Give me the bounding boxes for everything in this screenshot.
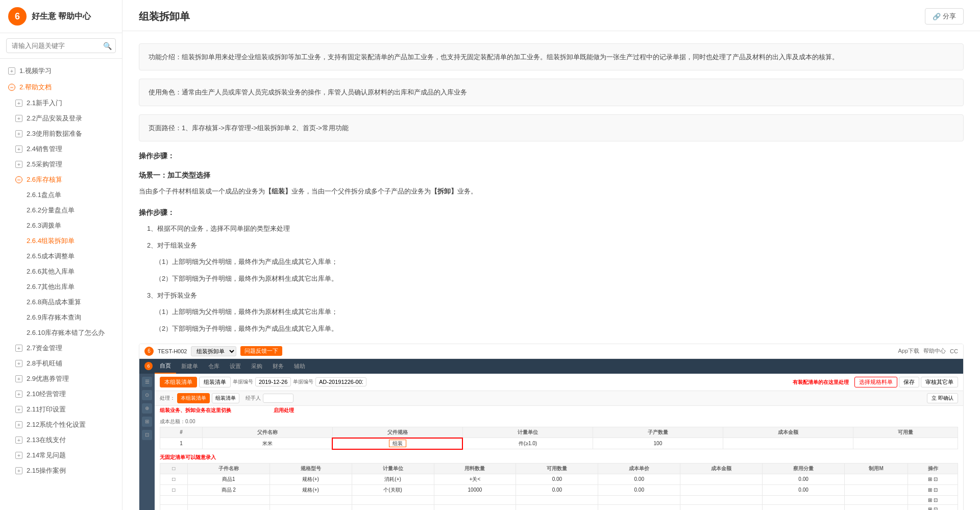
expand-icon-211: + xyxy=(15,406,22,413)
main-header: 组装拆卸单 🔗 分享 xyxy=(122,0,980,31)
mini-btn-confirm[interactable]: 立 即确认 xyxy=(927,393,958,403)
step3: 3、对于拆装业务 xyxy=(139,289,964,302)
search-input[interactable] xyxy=(6,38,116,53)
sidebar-header: 6 好生意 帮助中心 xyxy=(0,0,122,33)
sidebar-item-newbie[interactable]: + 2.1新手入门 xyxy=(0,95,122,111)
share-button[interactable]: 🔗 分享 xyxy=(925,8,964,25)
intro-text-2: 使用角色：通常由生产人员或库管人员完成拆装业务的操作，库管人员确认原材料的出库和… xyxy=(149,88,467,96)
sidebar-item-finance[interactable]: + 2.7资金管理 xyxy=(0,341,122,356)
mini-btn-type2[interactable]: 组装清单 xyxy=(212,393,239,403)
sidebar-item-operations[interactable]: + 2.10经营管理 xyxy=(0,386,122,402)
intro-block-3: 页面路径：1、库存核算->库存管理->组装拆卸单 2、首页->常用功能 xyxy=(139,114,964,141)
sidebar-item-partial-stocktake[interactable]: 2.6.2分量盘点单 xyxy=(0,203,122,218)
th-b-alloc: 制用M xyxy=(845,463,908,474)
th-qty: 子产数量 xyxy=(593,427,723,438)
th-cost: 成本金额 xyxy=(723,427,853,438)
mini-nav-logo: 6 xyxy=(144,362,153,370)
annotation-1: 有装配清单的在这里处理 xyxy=(793,379,849,385)
mini-nav-assist[interactable]: 辅助 xyxy=(289,359,310,373)
sidebar-item-coupon[interactable]: + 2.9优惠券管理 xyxy=(0,371,122,386)
mini-date-input[interactable] xyxy=(255,377,291,386)
sidebar-item-mobile[interactable]: + 2.8手机旺铺 xyxy=(0,356,122,371)
mini-doc-input[interactable] xyxy=(315,377,366,386)
mini-icon-user: CC xyxy=(950,348,958,354)
th-b-unit: 计量单位 xyxy=(352,463,434,474)
th-b-sel: □ xyxy=(160,463,188,474)
sidebar-item-inventory[interactable]: − 2.6库存核算 xyxy=(0,172,122,187)
mini-nav-home[interactable]: 自页 xyxy=(155,359,176,374)
expand-icon-215: + xyxy=(15,467,22,474)
mini-btn-type1[interactable]: 本组装清单 xyxy=(177,393,210,403)
mini-icon-help: 帮助中心 xyxy=(923,347,946,355)
mini-nav-purchase[interactable]: 采购 xyxy=(246,359,267,373)
sidebar-item-print[interactable]: + 2.11打印设置 xyxy=(0,402,122,417)
annotation-line-4: 无固定清单可以随意录入 xyxy=(155,453,963,463)
sidebar-item-cost-recalc[interactable]: 2.6.8商品成本重算 xyxy=(0,295,122,310)
mini-company: TEST-H002 xyxy=(158,348,187,354)
mini-btn-assembly[interactable]: 组装清单 xyxy=(199,377,231,387)
app-logo: 6 xyxy=(8,7,27,26)
annotation-4: 无固定清单可以随意录入 xyxy=(160,454,216,460)
sidebar-item-install[interactable]: + 2.2产品安装及登录 xyxy=(0,111,122,126)
mini-nav-new[interactable]: 新建单 xyxy=(176,359,203,373)
main-content: 组装拆卸单 🔗 分享 功能介绍：组装拆卸单用来处理企业组装或拆卸等加工业务，支持… xyxy=(122,0,980,510)
th-warehouse: 可用量 xyxy=(853,427,958,438)
sidebar-item-assembly[interactable]: 2.6.4组装拆卸单 xyxy=(0,233,122,249)
expand-icon-214: + xyxy=(15,452,22,459)
nav-tree: + 1.视频学习 − 2.帮助文档 + 2.1新手入门 + 2.2产品安装及登录 xyxy=(0,59,122,510)
scene1-desc: 当由多个子件材料组装成一个成品的业务为【组装】业务，当由一个父件拆分成多个子产品… xyxy=(139,185,964,198)
mini-top-table: # 父件名称 父件规格 计量单位 子产数量 成本金额 可用量 xyxy=(160,427,958,450)
th-unit: 计量单位 xyxy=(462,427,593,438)
intro-block-1: 功能介绍：组装拆卸单用来处理企业组装或拆卸等加工业务，支持有固定装配清单的产品加… xyxy=(139,43,964,70)
expand-icon: + xyxy=(8,67,15,75)
sidebar-item-videos[interactable]: + 1.视频学习 xyxy=(0,63,122,79)
collapse-icon: − xyxy=(8,84,15,91)
expand-icon-212: + xyxy=(15,421,22,428)
mini-btn-assembly-list[interactable]: 本组装清单 xyxy=(160,377,197,387)
th-goods: 父件名称 xyxy=(202,427,332,438)
expand-icon-213: + xyxy=(15,436,22,444)
mini-settings-btn[interactable]: 问题反馈一下 xyxy=(240,346,282,356)
mini-sidebar-icon-4: ⊞ xyxy=(142,417,152,427)
sidebar-item-sales[interactable]: + 2.4销售管理 xyxy=(0,141,122,157)
mini-content: ☰ ⊙ ⊕ ⊞ ⊡ 本组装清单 组装清单 单据编号 xyxy=(139,374,963,510)
sidebar-item-stocktake[interactable]: 2.6.1盘点单 xyxy=(0,187,122,203)
mini-select[interactable]: 组装拆卸单 xyxy=(191,346,236,356)
mini-sidebar-icon-1: ☰ xyxy=(142,377,152,387)
sidebar-item-docs[interactable]: − 2.帮助文档 xyxy=(0,79,122,95)
sidebar-item-purchase[interactable]: + 2.5采购管理 xyxy=(0,157,122,172)
nav-group-docs: − 2.帮助文档 + 2.1新手入门 + 2.2产品安装及登录 + 2.3使用前… xyxy=(0,79,122,478)
mini-nav-warehouse[interactable]: 仓库 xyxy=(203,359,225,373)
sidebar-item-payment[interactable]: + 2.13在线支付 xyxy=(0,432,122,448)
sidebar-item-other-in[interactable]: 2.6.6其他入库单 xyxy=(0,264,122,279)
annotation-2: 组装业务、拆卸业务在这里切换 xyxy=(160,407,231,413)
sidebar-item-data-prep[interactable]: + 2.3使用前数据准备 xyxy=(0,126,122,141)
search-icon[interactable]: 🔍 xyxy=(103,42,112,50)
sidebar-item-system[interactable]: + 2.12系统个性化设置 xyxy=(0,417,122,432)
mini-nav-settings[interactable]: 设置 xyxy=(225,359,246,373)
th-b-cost: 成本单价 xyxy=(598,463,680,474)
mini-sidebar-icon-2: ⊙ xyxy=(142,390,152,400)
page-title: 组装拆卸单 xyxy=(139,10,190,23)
mini-nav-finance[interactable]: 财务 xyxy=(267,359,289,373)
sidebar-item-cost-adjust[interactable]: 2.6.5成本调整单 xyxy=(0,249,122,264)
th-b-actual: 察用分量 xyxy=(763,463,845,474)
sidebar-item-transfer[interactable]: 2.6.3调拨单 xyxy=(0,218,122,233)
mini-handler-input[interactable] xyxy=(263,394,293,403)
table-row: ⊞ ⊡ xyxy=(160,504,958,510)
screenshot-container: 6 TEST-H002 组装拆卸单 问题反馈一下 App下载 帮助中心 CC 6 xyxy=(139,344,964,510)
mini-topbar: 6 TEST-H002 组装拆卸单 问题反馈一下 App下载 帮助中心 CC xyxy=(139,344,963,359)
mini-bottom-table-area: □ 子件名称 规格型号 计量单位 用料数量 可用数量 成本单价 成本金额 察用分 xyxy=(155,463,963,510)
sidebar-item-other-out[interactable]: 2.6.7其他出库单 xyxy=(0,279,122,295)
sidebar-item-cases[interactable]: + 2.15操作案例 xyxy=(0,463,122,478)
sidebar-item-ledger-fix[interactable]: 2.6.10库存账本错了怎么办 xyxy=(0,325,122,341)
sidebar-item-ledger[interactable]: 2.6.9库存账本查询 xyxy=(0,310,122,325)
mini-btn-save[interactable]: 保存 xyxy=(899,377,919,387)
input-cell-spec: 组装 xyxy=(389,440,406,447)
mini-btn-select-spec[interactable]: 选择规格料单 xyxy=(854,377,897,387)
mini-icon-app: App下载 xyxy=(898,347,920,355)
sidebar-item-faq[interactable]: + 2.14常见问题 xyxy=(0,448,122,463)
mini-date-field: 单据编号 单据编号 xyxy=(233,377,366,386)
mini-btn-audit[interactable]: 审核其它单 xyxy=(921,377,958,387)
expand-icon-27: + xyxy=(15,345,22,352)
